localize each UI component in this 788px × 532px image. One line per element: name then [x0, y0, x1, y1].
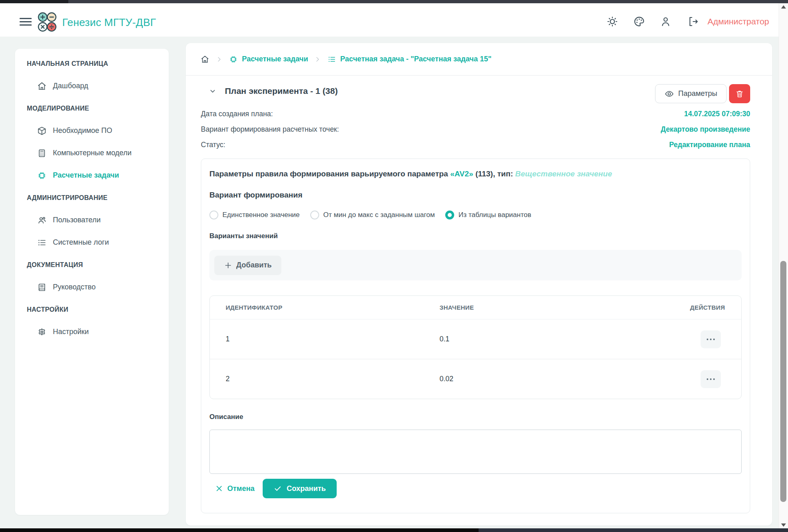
- plus-icon: [224, 261, 232, 269]
- plan-info-value: 14.07.2025 07:09:30: [684, 110, 751, 118]
- users-icon: [37, 215, 47, 226]
- main-content-card: Расчетные задачиРасчетная задача - "Расч…: [186, 43, 772, 525]
- chevron-right-icon: [314, 56, 321, 63]
- cell-identifier: 2: [226, 375, 440, 383]
- description-textarea[interactable]: [209, 430, 742, 474]
- scrollbar-down-arrow[interactable]: [781, 523, 786, 527]
- plan-info-label: Дата создания плана:: [201, 110, 273, 118]
- eye-icon: [664, 89, 674, 99]
- sidebar-item-label: Настройки: [53, 328, 89, 336]
- sidebar-section-label: НАСТРОЙКИ: [15, 298, 169, 321]
- table-row: 10.1: [210, 319, 741, 359]
- table-column-header: ДЕЙСТВИЯ: [690, 304, 725, 311]
- app-header: Генезис МГТУ-ДВГ Администратор: [0, 3, 779, 37]
- scrollbar-thumb[interactable]: [780, 261, 786, 502]
- logout-icon[interactable]: [687, 15, 699, 28]
- window-bottom-edge: [0, 528, 788, 532]
- plan-info-label: Вариант формирования расчетных точек:: [201, 125, 339, 134]
- row-actions-button[interactable]: [701, 330, 721, 348]
- sidebar-item-package[interactable]: Необходимое ПО: [15, 119, 169, 142]
- radio-unselected-icon: [310, 211, 319, 219]
- palette-icon[interactable]: [633, 15, 645, 28]
- sidebar-item-label: Пользователи: [53, 216, 100, 224]
- parameters-button[interactable]: Параметры: [655, 84, 727, 103]
- list-icon: [327, 54, 337, 64]
- form-param-type: Вещественное значение: [515, 169, 612, 178]
- breadcrumb-item[interactable]: Расчетные задачи: [229, 54, 308, 64]
- sidebar-nav: НАЧАЛЬНАЯ СТРАНИЦАДашбоардМОДЕЛИРОВАНИЕН…: [15, 52, 169, 343]
- package-icon: [37, 126, 47, 136]
- sidebar-item-book[interactable]: Руководство: [15, 276, 169, 298]
- values-section-label: Варианты значений: [209, 232, 742, 240]
- plan-info-value: Декартово произведение: [661, 125, 750, 134]
- plan-info-row: Дата создания плана:14.07.2025 07:09:30: [201, 106, 750, 122]
- home-icon: [200, 54, 210, 64]
- sidebar-item-label: Дашбоард: [53, 82, 88, 90]
- radio-option[interactable]: Единственное значение: [209, 211, 300, 219]
- app-logo-icon: [37, 12, 58, 32]
- variant-section-label: Вариант формирования: [209, 191, 742, 200]
- add-value-panel: Добавить: [209, 250, 742, 280]
- parameter-rule-form: Параметры правила формирования варьируем…: [201, 159, 750, 513]
- gear-icon: [37, 327, 47, 337]
- values-table: ИДЕНТИФИКАТОРЗНАЧЕНИЕДЕЙСТВИЯ 10.120.02: [209, 295, 742, 399]
- save-button[interactable]: Сохранить: [263, 479, 337, 498]
- sidebar-section-label: МОДЕЛИРОВАНИЕ: [15, 97, 169, 119]
- check-icon: [274, 484, 282, 493]
- plan-info-row: Вариант формирования расчетных точек:Дек…: [201, 122, 750, 137]
- breadcrumb-divider: [186, 75, 772, 76]
- sidebar-item-label: Расчетные задачи: [53, 171, 119, 180]
- list-icon: [37, 237, 47, 248]
- user-profile-icon[interactable]: [660, 15, 672, 28]
- radio-option-label: Из таблицы вариантов: [458, 211, 531, 219]
- breadcrumb-item[interactable]: [200, 54, 210, 64]
- form-title-prefix: Параметры правила формирования варьируем…: [209, 169, 450, 178]
- plan-info-value: Редактирование плана: [669, 141, 750, 149]
- form-title-suffix: (113), тип:: [473, 169, 515, 178]
- collapse-plan-chevron-down-icon[interactable]: [208, 87, 217, 96]
- table-row: 20.02: [210, 359, 741, 399]
- scrollbar-up-arrow[interactable]: [781, 5, 786, 9]
- sidebar-item-calculator[interactable]: Компьютерные модели: [15, 142, 169, 164]
- x-icon: [215, 484, 223, 493]
- sidebar-item-list[interactable]: Системные логи: [15, 231, 169, 254]
- cancel-button[interactable]: Отмена: [215, 484, 255, 493]
- trash-icon: [735, 89, 744, 98]
- form-title: Параметры правила формирования варьируем…: [209, 169, 742, 178]
- radio-option-label: От мин до макс с заданным шагом: [323, 211, 435, 219]
- values-table-header: ИДЕНТИФИКАТОРЗНАЧЕНИЕДЕЙСТВИЯ: [210, 296, 741, 319]
- radio-option[interactable]: От мин до макс с заданным шагом: [310, 211, 435, 219]
- add-value-button[interactable]: Добавить: [214, 256, 281, 275]
- radio-option[interactable]: Из таблицы вариантов: [445, 211, 531, 219]
- chip-icon: [229, 54, 238, 64]
- save-button-label: Сохранить: [287, 484, 326, 493]
- form-param-name: «AV2»: [450, 169, 473, 178]
- sidebar-item-users[interactable]: Пользователи: [15, 209, 169, 231]
- window-top-edge: [0, 0, 788, 3]
- values-table-body: 10.120.02: [210, 319, 741, 399]
- breadcrumb-item-label: Расчетные задачи: [242, 55, 308, 63]
- theme-brightness-icon[interactable]: [606, 15, 618, 28]
- plan-title: План эксперимента - 1 (38): [225, 86, 338, 96]
- calculator-icon: [37, 148, 47, 159]
- delete-plan-button[interactable]: [729, 84, 750, 103]
- sidebar-item-gear[interactable]: Настройки: [15, 321, 169, 343]
- chip-icon: [37, 170, 47, 181]
- current-user-label[interactable]: Администратор: [707, 17, 769, 26]
- sidebar-item-home[interactable]: Дашбоард: [15, 75, 169, 97]
- cell-value: 0.02: [440, 375, 701, 383]
- sidebar: НАЧАЛЬНАЯ СТРАНИЦАДашбоардМОДЕЛИРОВАНИЕН…: [15, 49, 169, 515]
- sidebar-item-chip[interactable]: Расчетные задачи: [15, 164, 169, 187]
- breadcrumb-item[interactable]: Расчетная задача - "Расчетная задача 15": [327, 54, 492, 64]
- row-actions-button[interactable]: [701, 370, 721, 388]
- radio-option-label: Единственное значение: [222, 211, 300, 219]
- sidebar-item-label: Компьютерные модели: [53, 149, 132, 157]
- plan-info-row: Статус:Редактирование плана: [201, 137, 750, 152]
- home-icon: [37, 81, 47, 91]
- table-column-header: ИДЕНТИФИКАТОР: [226, 304, 440, 311]
- sidebar-section-label: ДОКУМЕНТАЦИЯ: [15, 254, 169, 276]
- parameters-button-label: Параметры: [678, 89, 717, 98]
- breadcrumb: Расчетные задачиРасчетная задача - "Расч…: [200, 43, 492, 75]
- hamburger-menu-icon[interactable]: [20, 18, 32, 26]
- book-icon: [37, 282, 47, 293]
